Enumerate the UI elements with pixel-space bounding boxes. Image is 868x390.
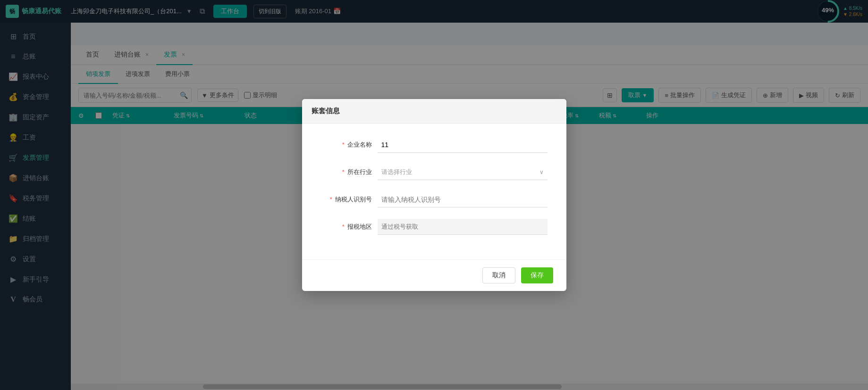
required-star: * [342,141,345,148]
company-name-row: * 企业名称 [321,137,548,153]
required-star-4: * [342,223,345,230]
tax-id-row: * 纳税人识别号 [321,191,548,207]
save-button[interactable]: 保存 [521,267,553,283]
account-info-dialog: 账套信息 * 企业名称 * 所在行业 [302,99,566,291]
tax-id-field [378,191,548,207]
tax-id-input[interactable] [378,191,548,207]
industry-select[interactable]: 请选择行业 [378,164,548,180]
required-star-3: * [330,196,332,203]
tax-region-row: * 报税地区 [321,219,548,235]
cancel-button[interactable]: 取消 [482,267,515,283]
industry-label: * 所在行业 [321,168,378,176]
industry-field: 请选择行业 ∨ [378,164,548,180]
company-name-field [378,137,548,153]
company-name-input[interactable] [378,137,548,153]
tax-region-field [378,219,548,235]
tax-region-label: * 报税地区 [321,223,378,231]
dialog-title: 账套信息 [302,99,566,124]
industry-row: * 所在行业 请选择行业 ∨ [321,164,548,180]
dialog-footer: 取消 保存 [302,259,566,291]
modal-overlay[interactable]: 账套信息 * 企业名称 * 所在行业 [0,0,868,390]
dialog-body: * 企业名称 * 所在行业 请选择行业 ∨ [302,124,566,259]
required-star-2: * [342,168,345,175]
tax-id-label: * 纳税人识别号 [321,195,378,204]
tax-region-input [378,219,548,235]
company-name-label: * 企业名称 [321,141,378,149]
